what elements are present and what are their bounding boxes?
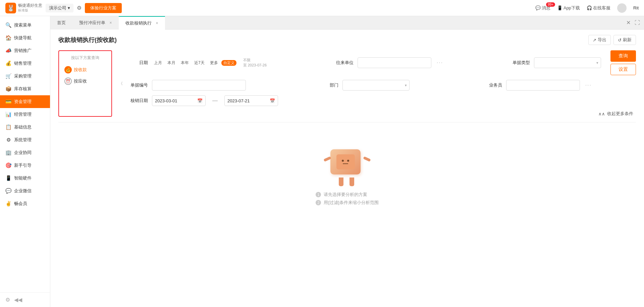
receivable-icon: ⏰ [64, 78, 72, 85]
sidebar-item-sales[interactable]: 💰 销售管理 [0, 57, 50, 70]
sidebar-item-purchase[interactable]: 🛒 采购管理 [0, 70, 50, 83]
hardware-icon: 📱 [5, 175, 11, 181]
refresh-icon: ↺ [618, 38, 622, 43]
gear-icon[interactable]: ⚙ [77, 5, 82, 11]
sidebar-item-marketing[interactable]: 📣 营销推广 [0, 44, 50, 57]
sidebar-label-sales: 销售管理 [14, 60, 32, 66]
filter-action-col: 查询 设置 [610, 50, 636, 75]
avatar[interactable] [617, 3, 627, 13]
refresh-btn[interactable]: ↺ 刷新 [613, 35, 636, 45]
app-logo: 🐰 [5, 3, 16, 13]
unit-input[interactable] [358, 57, 431, 68]
filter-row-more: ∧∧ 收起更多条件 [129, 111, 636, 117]
sidebar-item-operation[interactable]: 📊 经营管理 [0, 108, 50, 121]
tip-num-2: 2 [316, 200, 321, 205]
message-badge: 99+ [546, 2, 555, 7]
filter-collapse-btn[interactable]: 《 [117, 50, 124, 117]
robot-body [330, 149, 361, 174]
bill-no-input[interactable] [152, 80, 246, 91]
verify-end-date[interactable]: 2023-07-21 📅 [224, 95, 278, 106]
quick-nav-icon: 🏠 [5, 35, 11, 41]
sidebar-label-vip: 畅会员 [14, 201, 27, 207]
main-layout: 🔍 搜索菜单 🏠 快捷导航 📣 营销推广 💰 销售管理 🛒 采购管理 📦 库存核… [0, 16, 644, 307]
tab-collection-label: 收款核销执行 [125, 16, 152, 30]
bill-type-select[interactable] [534, 57, 601, 68]
date-to: 至 2023-07-26 [243, 63, 267, 68]
calendar-end-icon[interactable]: 📅 [270, 98, 275, 103]
tab-collection-close[interactable]: × [154, 20, 160, 26]
collapse-more-btn[interactable]: ∧∧ 收起更多条件 [598, 111, 636, 117]
date-last-month[interactable]: 上月 [152, 59, 164, 66]
calendar-start-icon[interactable]: 📅 [197, 98, 203, 103]
tab-expand-icon[interactable]: ⛶ [633, 18, 641, 27]
sidebar-item-enterprise[interactable]: 🏢 企业协同 [0, 146, 50, 159]
enterprise-icon: 🏢 [5, 150, 11, 156]
date-7days[interactable]: 近7天 [192, 59, 207, 66]
query-btn[interactable]: 查询 [610, 50, 636, 62]
chevron-up-icon: ∧∧ [598, 111, 605, 116]
settings-bottom-icon[interactable]: ⚙ [5, 297, 10, 303]
sidebar-label-inventory: 库存核算 [14, 86, 32, 92]
sidebar-label-system: 系统管理 [14, 137, 32, 143]
tab-bar-right: ✕ ⛶ [625, 18, 644, 27]
sidebar-item-search[interactable]: 🔍 搜索菜单 [0, 19, 50, 32]
date-more[interactable]: 更多 [208, 59, 220, 66]
robot-legs [339, 177, 354, 186]
refresh-label: 刷新 [623, 37, 632, 43]
export-btn[interactable]: ↗ 导出 [588, 35, 611, 45]
sidebar-item-vip[interactable]: ✌ 畅会员 [0, 197, 50, 210]
sidebar-item-system[interactable]: ⚙ 系统管理 [0, 134, 50, 146]
tab-home[interactable]: 首页 [50, 16, 72, 30]
tab-prepay-close[interactable]: × [108, 20, 113, 25]
salesman-dots[interactable]: ··· [585, 82, 592, 88]
filter-row-3: 核销日期 2023-03-01 📅 — 2023-07-21 📅 [129, 95, 636, 106]
sidebar-item-wechat[interactable]: 💬 企业微信 [0, 185, 50, 197]
robot-arm-right [363, 156, 371, 162]
industry-btn[interactable]: 体验行业方案 [85, 3, 122, 13]
date-this-year[interactable]: 本年 [179, 59, 191, 66]
verify-start-date[interactable]: 2023-03-01 📅 [152, 95, 206, 106]
online-service-btn[interactable]: 🎧 在线客服 [587, 5, 610, 11]
sidebar-label-hardware: 智能硬件 [14, 175, 32, 181]
salesman-input[interactable] [506, 80, 580, 91]
date-range-sep: — [212, 98, 218, 104]
sidebar-item-quick-nav[interactable]: 🏠 快捷导航 [0, 32, 50, 44]
sidebar-item-guide[interactable]: 🎯 新手引导 [0, 159, 50, 172]
sidebar-item-finance[interactable]: 💳 资金管理 [0, 95, 50, 108]
company-selector[interactable]: 演示公司 ▾ [46, 4, 73, 12]
tab-close-all-icon[interactable]: ✕ [625, 18, 632, 27]
export-icon: ↗ [593, 38, 596, 43]
inventory-icon: 📦 [5, 86, 11, 92]
date-custom-badge[interactable]: 自定义 [221, 60, 236, 66]
app-download-btn[interactable]: 📱 App下载 [557, 5, 580, 11]
dept-select[interactable] [342, 80, 410, 91]
filter-sidebar-title: 按以下方案查询 [62, 55, 109, 61]
verify-end-value: 2023-07-21 [227, 98, 250, 103]
filter-option-by-receivable[interactable]: ⏰ 按应收 [62, 75, 109, 87]
set-btn[interactable]: 设置 [610, 64, 636, 75]
tab-collection[interactable]: 收款核销执行 × [119, 16, 165, 30]
page-header-actions: ↗ 导出 ↺ 刷新 [588, 35, 636, 45]
date-this-month[interactable]: 本月 [165, 59, 177, 66]
verify-date-label: 核销日期 [129, 98, 148, 104]
vip-icon: ✌ [5, 201, 11, 207]
robot-eye-left [342, 160, 344, 162]
logo-area: 🐰 畅捷通好生意 标准版 [5, 3, 42, 13]
sidebar-label-wechat: 企业微信 [14, 188, 32, 194]
sidebar-item-hardware[interactable]: 📱 智能硬件 [0, 172, 50, 185]
filter-option-by-collection[interactable]: 💰 按收款 [62, 64, 109, 75]
sidebar-item-basic-info[interactable]: 📋 基础信息 [0, 121, 50, 134]
collapse-icon[interactable]: ◀◀ [14, 297, 22, 303]
filter-sidebar: 按以下方案查询 💰 按收款 ⏰ 按应收 [58, 50, 112, 117]
headset-icon: 🎧 [587, 5, 592, 10]
topbar: 🐰 畅捷通好生意 标准版 演示公司 ▾ ⚙ 体验行业方案 💬 消息 99+ 📱 … [0, 0, 644, 16]
page-title: 收款核销执行(按收款) [58, 36, 117, 44]
search-icon: 🔍 [5, 22, 11, 28]
sidebar-item-inventory[interactable]: 📦 库存核算 [0, 83, 50, 95]
user-name: Rit [633, 5, 639, 10]
empty-tip-2: 2 用[过滤]条件来缩小分析范围 [316, 200, 378, 206]
message-btn[interactable]: 💬 消息 99+ [535, 5, 550, 11]
app-name: 畅捷通好生意 [18, 3, 42, 8]
tab-prepay[interactable]: 预付冲应付单 × [72, 16, 119, 30]
unit-dots[interactable]: ··· [437, 60, 443, 66]
